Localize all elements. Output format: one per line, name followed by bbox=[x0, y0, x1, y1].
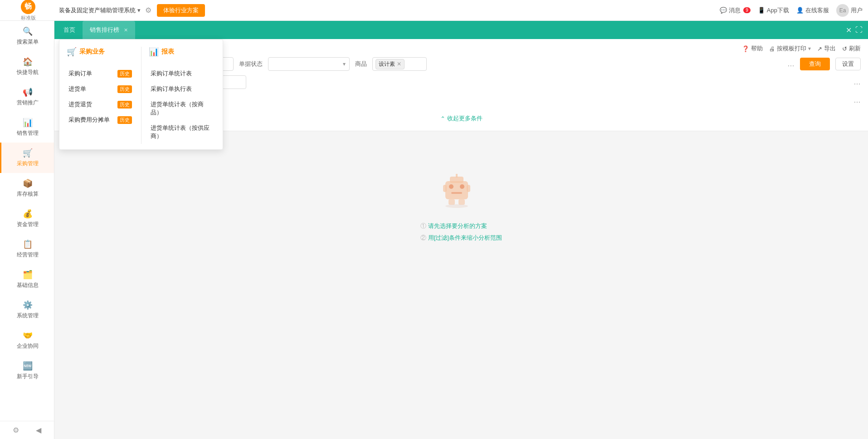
dropdown-item-inbound-product-stats[interactable]: 进货单统计表（按商品） bbox=[149, 97, 216, 120]
marketing-icon: 📢 bbox=[23, 87, 33, 97]
app-download-label: App下载 bbox=[767, 6, 789, 15]
svg-rect-8 bbox=[449, 199, 455, 205]
tab-window-close-icon[interactable]: ✕ bbox=[846, 26, 852, 35]
tab-home[interactable]: 首页 bbox=[56, 21, 83, 39]
export-label: 导出 bbox=[824, 44, 836, 53]
sidebar-item-marketing[interactable]: 📢 营销推广 bbox=[0, 82, 54, 112]
topbar-settings-icon[interactable]: ⚙ bbox=[145, 6, 151, 15]
message-label: 消息 bbox=[729, 6, 741, 15]
refresh-icon: ↺ bbox=[842, 45, 847, 52]
sidebar-item-enterprise[interactable]: 🤝 企业协同 bbox=[0, 325, 54, 355]
sidebar-item-label: 搜索菜单 bbox=[17, 38, 39, 46]
system-title-dropdown[interactable]: ▾ bbox=[137, 7, 141, 14]
help-btn[interactable]: ❓ 帮助 bbox=[742, 44, 763, 53]
sidebar-item-guide[interactable]: 🆕 新手引导 bbox=[0, 355, 54, 386]
sidebar-item-search[interactable]: 🔍 搜索菜单 bbox=[0, 21, 54, 51]
service-icon: 👤 bbox=[796, 7, 804, 14]
empty-hint2-text: 用[过滤]条件来缩小分析范围 bbox=[428, 234, 502, 241]
app-logo: 畅 标准版 bbox=[5, 0, 51, 21]
sidebar-item-finance[interactable]: 💰 资金管理 bbox=[0, 203, 54, 234]
tabbar: 首页 销售排行榜 ✕ ✕ ⛶ bbox=[54, 21, 868, 39]
product-tag-label: 设计素 bbox=[379, 60, 395, 68]
refresh-btn[interactable]: ↺ 刷新 bbox=[842, 44, 861, 53]
tab-sales-rank-label: 销售排行榜 bbox=[90, 26, 119, 34]
sidebar-item-label: 企业协同 bbox=[17, 342, 39, 350]
app-download-btn[interactable]: 📱 App下载 bbox=[758, 6, 789, 15]
tabbar-right: ✕ ⛶ bbox=[846, 26, 866, 35]
sidebar-collapse-icon[interactable]: ◀ bbox=[36, 426, 41, 434]
search-icon: 🔍 bbox=[23, 26, 33, 36]
dropdown-item-purchase-expense[interactable]: 采购费用分摊单 历史 bbox=[67, 112, 134, 128]
dropdown-item-label: 进货退货 bbox=[68, 100, 92, 109]
svg-rect-9 bbox=[458, 199, 465, 205]
online-service-label: 在线客服 bbox=[805, 6, 829, 15]
topbar-right: 💬 消息 9 📱 App下载 👤 在线客服 Ea 用户 bbox=[720, 4, 863, 17]
history-badge: 历史 bbox=[117, 116, 132, 124]
system-title: 装备及固定资产辅助管理系统 bbox=[59, 6, 136, 15]
tab-sales-rank[interactable]: 销售排行榜 ✕ bbox=[83, 21, 135, 39]
enterprise-icon: 🤝 bbox=[23, 330, 33, 340]
dropdown-item-inbound-supplier-stats[interactable]: 进货单统计表（按供应商） bbox=[149, 120, 216, 144]
sidebar-item-sales[interactable]: 📊 销售管理 bbox=[0, 112, 54, 143]
sidebar-item-label: 新手引导 bbox=[17, 373, 39, 380]
settings-btn[interactable]: 设置 bbox=[835, 58, 861, 70]
salesperson-dots-btn[interactable]: … bbox=[853, 78, 861, 86]
user-label: 用户 bbox=[851, 6, 863, 15]
history-badge: 历史 bbox=[117, 101, 132, 109]
dropdown-item-order-exec[interactable]: 采购订单执行表 bbox=[149, 81, 216, 97]
dropdown-item-order-stats[interactable]: 采购订单统计表 bbox=[149, 66, 216, 81]
dropdown-item-label: 采购订单 bbox=[68, 69, 92, 78]
sidebar-item-operations[interactable]: 📋 经营管理 bbox=[0, 234, 54, 264]
svg-point-4 bbox=[460, 184, 464, 189]
sidebar-item-inventory[interactable]: 📦 库存核算 bbox=[0, 173, 54, 203]
dropdown-item-label: 进货单统计表（按商品） bbox=[151, 100, 214, 117]
print-btn[interactable]: 🖨 按模板打印 ▾ bbox=[769, 44, 811, 53]
dropdown-item-purchase-in[interactable]: 进货单 历史 bbox=[67, 81, 134, 97]
product-filter-input[interactable]: 设计素 ✕ bbox=[372, 57, 427, 71]
dropdown-purchase-col: 🛒 采购业务 采购订单 历史 进货单 历史 进货退货 历史 采购费用分摊单 历史 bbox=[59, 47, 141, 144]
print-label: 按模板打印 bbox=[777, 44, 806, 53]
svg-rect-7 bbox=[467, 185, 470, 192]
query-btn[interactable]: 查询 bbox=[800, 58, 830, 70]
sidebar-settings-icon[interactable]: ⚙ bbox=[13, 426, 19, 434]
sidebar-item-system[interactable]: ⚙️ 系统管理 bbox=[0, 295, 54, 325]
refresh-label: 刷新 bbox=[849, 44, 861, 53]
empty-hint1: ① 请先选择要分析的方案 ② 用[过滤]条件来缩小分析范围 bbox=[420, 220, 502, 244]
sidebar: 🔍 搜索菜单 🏠 快捷导航 📢 营销推广 📊 销售管理 🛒 采购管理 📦 库存核… bbox=[0, 21, 54, 439]
sidebar-item-quick[interactable]: 🏠 快捷导航 bbox=[0, 51, 54, 82]
report-header-icon: 📊 bbox=[149, 47, 159, 57]
user-menu-btn[interactable]: Ea 用户 bbox=[836, 4, 863, 17]
sidebar-item-purchase[interactable]: 🛒 采购管理 bbox=[0, 143, 54, 173]
message-btn[interactable]: 💬 消息 9 bbox=[720, 6, 751, 15]
industry-btn[interactable]: 体验行业方案 bbox=[157, 4, 205, 17]
customer-dots-btn[interactable]: … bbox=[853, 96, 861, 104]
sidebar-item-label: 资金管理 bbox=[17, 221, 39, 228]
svg-rect-5 bbox=[451, 192, 462, 194]
dropdown-report-col: 📊 报表 采购订单统计表 采购订单执行表 进货单统计表（按商品） 进货单统计表（… bbox=[141, 47, 223, 144]
dropdown-item-purchase-order[interactable]: 采购订单 历史 bbox=[67, 66, 134, 81]
online-service-btn[interactable]: 👤 在线客服 bbox=[796, 6, 829, 15]
svg-point-10 bbox=[445, 204, 468, 208]
dropdown-item-purchase-return[interactable]: 进货退货 历史 bbox=[67, 97, 134, 112]
purchase-dropdown-menu: 🛒 采购业务 采购订单 历史 进货单 历史 进货退货 历史 采购费用分摊单 历史… bbox=[59, 39, 223, 150]
product-tag: 设计素 ✕ bbox=[375, 59, 405, 69]
collapse-label: 收起更多条件 bbox=[447, 114, 483, 123]
tab-close-icon[interactable]: ✕ bbox=[124, 27, 128, 33]
print-dropdown-icon: ▾ bbox=[808, 45, 811, 52]
sidebar-item-label: 采购管理 bbox=[17, 160, 39, 168]
tab-expand-icon[interactable]: ⛶ bbox=[855, 26, 863, 34]
topbar: 畅 标准版 装备及固定资产辅助管理系统 ▾ ⚙ 体验行业方案 💬 消息 9 📱 … bbox=[0, 0, 868, 21]
svg-point-3 bbox=[449, 184, 454, 189]
sidebar-bottom: ⚙ ◀ bbox=[0, 421, 54, 439]
svg-rect-2 bbox=[456, 174, 458, 178]
dropdown-purchase-header: 🛒 采购业务 bbox=[67, 47, 134, 60]
operations-icon: 📋 bbox=[23, 239, 33, 249]
sidebar-item-basic[interactable]: 🗂️ 基础信息 bbox=[0, 264, 54, 295]
export-btn[interactable]: ↗ 导出 bbox=[817, 44, 836, 53]
product-dots-btn[interactable]: … bbox=[787, 60, 795, 68]
system-icon: ⚙️ bbox=[23, 300, 33, 310]
purchase-header-label: 采购业务 bbox=[79, 48, 105, 56]
basic-icon: 🗂️ bbox=[23, 270, 33, 280]
status-select[interactable]: ▾ bbox=[268, 57, 350, 71]
product-tag-close[interactable]: ✕ bbox=[397, 61, 401, 67]
